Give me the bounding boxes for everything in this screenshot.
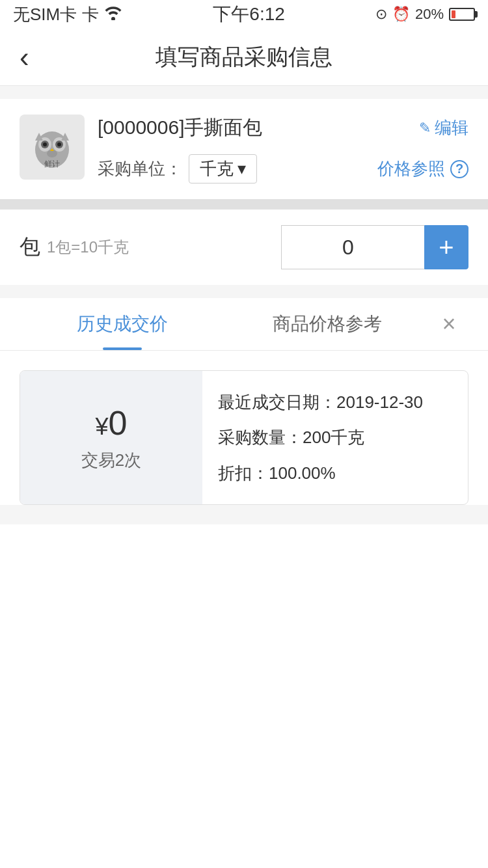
unit-label: 采购单位：: [98, 157, 182, 180]
edit-icon: ✎: [419, 120, 431, 137]
discount-label: 折扣：: [218, 463, 269, 483]
quantity-control: +: [281, 225, 468, 269]
discount-row: 折扣：100.00%: [218, 461, 452, 485]
price-ref-button[interactable]: 价格参照 ?: [377, 157, 468, 180]
sim-label: 卡: [82, 3, 99, 26]
svg-point-5: [43, 142, 47, 146]
status-bar: 无SIM卡 卡 下午6:12 ⊙ ⏰ 20%: [0, 0, 488, 29]
svg-point-6: [57, 142, 61, 146]
empty-content-area: [0, 524, 488, 868]
help-icon: ?: [450, 160, 468, 178]
alarm-icon: ⏰: [392, 6, 410, 23]
unit-row: 采购单位： 千克 ▾ 价格参照 ?: [98, 154, 468, 183]
transaction-date-row: 最近成交日期：2019-12-30: [218, 390, 452, 414]
carrier-label: 无SIM卡: [13, 3, 77, 26]
trades-count: 交易2次: [81, 449, 141, 472]
discount-value: 100.00%: [269, 463, 336, 483]
quantity-label: 采购数量：: [218, 427, 303, 447]
product-info: [0000006]手撕面包 ✎ 编辑 采购单位： 千克 ▾ 价格参照 ?: [98, 115, 468, 183]
status-time: 下午6:12: [213, 2, 285, 27]
price-number: 0: [109, 404, 128, 442]
section-divider: [0, 199, 488, 210]
status-left: 无SIM卡 卡: [13, 3, 122, 26]
tab-reference-label: 商品价格参考: [273, 312, 382, 336]
quantity-plus-button[interactable]: +: [424, 225, 468, 269]
page-title: 填写商品采购信息: [156, 42, 332, 72]
edit-label: 编辑: [435, 116, 468, 139]
tab-history-price[interactable]: 历史成交价: [20, 298, 224, 350]
product-name: [0000006]手撕面包: [98, 115, 262, 141]
back-icon: ‹: [20, 41, 29, 73]
product-header: [0000006]手撕面包 ✎ 编辑: [98, 115, 468, 141]
unit-value: 千克: [200, 157, 234, 180]
tab-price-reference[interactable]: 商品价格参考: [224, 298, 429, 350]
edit-button[interactable]: ✎ 编辑: [419, 116, 468, 139]
currency-symbol: ¥: [96, 413, 109, 440]
gps-icon: ⊙: [375, 6, 387, 23]
chevron-down-icon: ▾: [237, 159, 246, 179]
back-button[interactable]: ‹: [20, 41, 29, 74]
unit-badge: 包: [20, 233, 40, 262]
battery-percent: 20%: [415, 6, 444, 23]
quantity-input[interactable]: [281, 225, 424, 269]
product-image: 鲜计: [20, 115, 85, 180]
close-icon: ×: [442, 310, 455, 338]
quantity-label-group: 包 1包=10千克: [20, 233, 129, 262]
tab-bar: 历史成交价 商品价格参考 ×: [0, 298, 488, 351]
unit-label-group: 采购单位： 千克 ▾: [98, 154, 257, 183]
history-card: ¥0 交易2次 最近成交日期：2019-12-30 采购数量：200千克 折扣：…: [20, 370, 468, 505]
history-price-value: ¥0: [96, 403, 128, 442]
plus-icon: +: [439, 233, 454, 262]
unit-sub: 1包=10千克: [47, 237, 129, 258]
unit-dropdown[interactable]: 千克 ▾: [189, 154, 257, 183]
nav-bar: ‹ 填写商品采购信息: [0, 29, 488, 86]
purchase-quantity-row: 采购数量：200千克: [218, 426, 452, 449]
tab-section: 历史成交价 商品价格参考 × ¥0 交易2次 最近成交日期：2019-12-30…: [0, 298, 488, 505]
wifi-icon: [104, 5, 122, 25]
price-ref-label: 价格参照: [377, 157, 445, 180]
history-price-panel: ¥0 交易2次: [20, 371, 202, 504]
date-value: 2019-12-30: [336, 392, 423, 412]
quantity-row: 包 1包=10千克 +: [0, 210, 488, 285]
svg-text:鲜计: 鲜计: [44, 159, 60, 169]
date-label: 最近成交日期：: [218, 392, 336, 412]
history-details-panel: 最近成交日期：2019-12-30 采购数量：200千克 折扣：100.00%: [202, 371, 468, 504]
battery-icon: [449, 8, 475, 21]
status-right: ⊙ ⏰ 20%: [375, 6, 475, 23]
tab-close-button[interactable]: ×: [429, 305, 468, 344]
product-card: 鲜计 [0000006]手撕面包 ✎ 编辑 采购单位： 千克 ▾ 价格参照 ?: [0, 99, 488, 199]
quantity-value: 200千克: [303, 427, 364, 447]
tab-history-label: 历史成交价: [77, 312, 168, 336]
